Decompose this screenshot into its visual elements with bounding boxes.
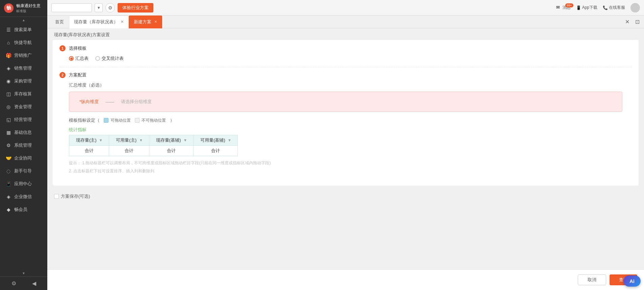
sidebar-scroll-up[interactable]: ▲ (0, 17, 47, 23)
topbar-gear-icon[interactable]: ⚙ (105, 3, 115, 13)
table-row: 合计 合计 合计 合计 (69, 146, 238, 156)
sidebar-scroll-down[interactable]: ▼ (0, 270, 47, 276)
sidebar-label: 畅会员 (14, 207, 27, 213)
main-area: ▾ ⚙ 体验行业方案 ✉ 99+ 消息 📱 App下载 📞 在线客服 首页 (47, 0, 644, 290)
sidebar-item-system[interactable]: ⚙ 系统管理 (0, 139, 47, 152)
indicator-suffix: ） (170, 117, 174, 123)
col3-arrow: ▾ (184, 138, 187, 143)
search-menu-icon: ☰ (5, 27, 11, 32)
cancel-button[interactable]: 取消 (578, 274, 606, 285)
sidebar-item-basic-info[interactable]: ▦ 基础信息 (0, 126, 47, 139)
radio-cross[interactable]: 交叉统计表 (95, 55, 124, 62)
template-options: 汇总表 交叉统计表 (69, 55, 632, 62)
enterprise-icon: 🤝 (5, 155, 11, 161)
app-download-link[interactable]: 📱 App下载 (576, 5, 597, 10)
dim-placeholder[interactable]: 请选择分组维度 (121, 99, 152, 105)
dimension-area: *纵向维度 —— 请选择分组维度 (69, 92, 622, 112)
col1-label: 现存量(主) (76, 138, 97, 143)
ai-corner-button[interactable]: Ai (623, 275, 641, 287)
sidebar-nav: ☰ 搜索菜单 ⌂ 快捷导航 🎁 营销推广 ◈ 销售管理 ◉ 采购管理 ◫ 库存核… (0, 23, 47, 270)
sidebar-item-enterprise[interactable]: 🤝 企业协同 (0, 152, 47, 165)
legend-fixed-label: 不可拖动位置 (142, 118, 166, 123)
step1-header: 1 选择模板 (59, 45, 632, 51)
save-checkbox[interactable] (54, 194, 59, 199)
tab-expand-icon[interactable]: ⊡ (633, 18, 641, 26)
page-title: 现存量(库存状况表)方案设置 (47, 28, 644, 40)
tab-inventory-status[interactable]: 现存量（库存状况表） ✕ (69, 16, 129, 28)
collapse-icon[interactable]: ◀ (32, 280, 36, 287)
sidebar-item-corp-wechat[interactable]: ◈ 企业微信 (0, 190, 47, 203)
step1-badge: 1 (59, 45, 66, 51)
sidebar-label: 基础信息 (14, 129, 32, 136)
sidebar-item-inventory[interactable]: ◫ 库存核算 (0, 88, 47, 100)
sidebar: 畅 畅康通好生意 标准版 ▲ ☰ 搜索菜单 ⌂ 快捷导航 🎁 营销推广 ◈ 销售… (0, 0, 47, 290)
col1-arrow: ▾ (100, 138, 102, 143)
table-header-row: 现存量(主) ▾ 可用量(主) ▾ 现存量(基辅) ▾ 可用量(基辅) (69, 135, 238, 146)
stats-label: 统计指标 (69, 127, 622, 133)
radio-cross-label: 交叉统计表 (102, 55, 124, 62)
step2-header: 2 方案配置 (59, 72, 632, 78)
legend-movable-box (104, 118, 108, 123)
sidebar-item-member[interactable]: ◆ 畅会员 (0, 203, 47, 216)
step2-title: 方案配置 (69, 72, 86, 78)
logo-icon: 畅 (4, 3, 14, 13)
step-divider (59, 67, 632, 67)
trial-industry-button[interactable]: 体验行业方案 (118, 3, 153, 13)
settings-icon[interactable]: ⚙ (11, 280, 16, 287)
operations-icon: ◱ (5, 117, 11, 122)
topbar-dropdown[interactable]: ▾ (95, 3, 103, 12)
sidebar-item-purchase[interactable]: ◉ 采购管理 (0, 75, 47, 88)
sales-icon: ◈ (5, 66, 11, 71)
tab-close-inventory[interactable]: ✕ (121, 20, 124, 24)
radio-summary-label: 汇总表 (75, 55, 89, 62)
col3-label: 现存量(基辅) (156, 138, 181, 143)
dim-arrow: —— (105, 99, 114, 104)
sidebar-item-sales[interactable]: ◈ 销售管理 (0, 62, 47, 75)
radio-cross-circle (95, 56, 100, 61)
user-avatar[interactable] (630, 3, 640, 13)
system-icon: ⚙ (5, 143, 11, 148)
col4-label: 可用量(基辅) (200, 138, 225, 143)
tab-new-scheme[interactable]: 新建方案 ✕ (129, 16, 162, 28)
quick-nav-icon: ⌂ (5, 40, 11, 45)
topbar-search-input[interactable] (51, 3, 92, 12)
sidebar-item-marketing[interactable]: 🎁 营销推广 (0, 49, 47, 62)
topbar-right: ✉ 99+ 消息 📱 App下载 📞 在线客服 (556, 3, 640, 13)
sidebar-item-quick-nav[interactable]: ⌂ 快捷导航 (0, 36, 47, 49)
topbar: ▾ ⚙ 体验行业方案 ✉ 99+ 消息 📱 App下载 📞 在线客服 (47, 0, 644, 16)
sidebar-label: 销售管理 (14, 65, 32, 71)
sidebar-item-operations[interactable]: ◱ 经营管理 (0, 113, 47, 126)
sidebar-label: 应用中心 (14, 181, 32, 187)
finance-icon: ◎ (5, 104, 11, 110)
sidebar-label: 经营管理 (14, 117, 32, 123)
step2-badge: 2 (59, 72, 66, 78)
col1-header[interactable]: 现存量(主) ▾ (69, 135, 109, 146)
message-badge: 99+ (565, 3, 573, 7)
col1-cell: 合计 (69, 146, 109, 156)
col4-header[interactable]: 可用量(基辅) ▾ (193, 135, 238, 146)
tab-close-new-scheme[interactable]: ✕ (154, 20, 157, 24)
radio-summary[interactable]: 汇总表 (69, 55, 89, 62)
legend-fixed-box (135, 118, 140, 123)
sidebar-item-finance[interactable]: ◎ 资金管理 (0, 100, 47, 113)
sidebar-label: 搜索菜单 (14, 27, 32, 33)
col4-arrow: ▾ (228, 138, 231, 143)
online-service-link[interactable]: 📞 在线客服 (603, 5, 625, 10)
sidebar-item-app-center[interactable]: 📱 应用中心 (0, 177, 47, 190)
col2-cell: 合计 (109, 146, 149, 156)
sidebar-label: 快捷导航 (14, 40, 32, 46)
tips: 提示： 1.拖动标题栏可以调整布局，不可跨维度或指标区域拖动栏目字段(只能在同一… (69, 160, 622, 175)
tab-close-icon[interactable]: ✕ (623, 18, 631, 26)
sidebar-item-newbie[interactable]: ◌ 新手引导 (0, 165, 47, 177)
dim-required-label: *纵向维度 (79, 99, 99, 105)
inventory-icon: ◫ (5, 91, 11, 97)
tab-home[interactable]: 首页 (50, 16, 69, 28)
sidebar-label: 新手引导 (14, 168, 32, 174)
save-label: 方案保存(可选) (61, 193, 90, 199)
corp-wechat-icon: ◈ (5, 194, 11, 199)
col3-header[interactable]: 现存量(基辅) ▾ (149, 135, 193, 146)
message-icon[interactable]: ✉ 99+ 消息 (556, 5, 571, 10)
col2-header[interactable]: 可用量(主) ▾ (109, 135, 149, 146)
tabs-right: ✕ ⊡ (623, 18, 641, 26)
sidebar-item-search-menu[interactable]: ☰ 搜索菜单 (0, 23, 47, 36)
